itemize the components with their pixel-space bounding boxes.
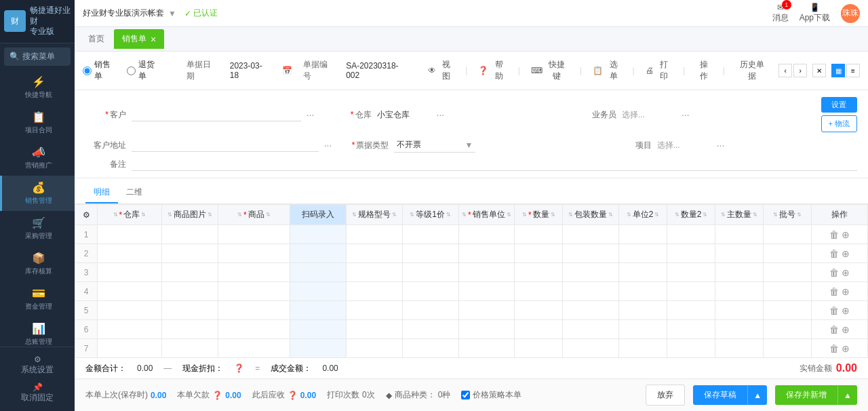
copy-row-button[interactable]: ⊕ — [842, 324, 850, 335]
calendar-icon[interactable]: 📅 — [282, 66, 292, 75]
cell-pack_qty[interactable] — [563, 244, 619, 263]
sidebar-item-inventory[interactable]: 📦 库存核算 — [0, 246, 75, 281]
price-rule-checkbox[interactable] — [461, 391, 470, 399]
cell-qty2[interactable] — [667, 263, 715, 282]
copy-row-button[interactable]: ⊕ — [842, 286, 850, 297]
delete-row-button[interactable]: 🗑 — [829, 267, 839, 278]
cell-quantity[interactable] — [515, 320, 563, 339]
sidebar-item-capital[interactable]: 💳 资金管理 — [0, 281, 75, 317]
cell-main_qty[interactable] — [715, 225, 764, 244]
sidebar-item-accounting[interactable]: 📊 总账管理 — [0, 317, 75, 347]
cell-warehouse[interactable] — [98, 320, 162, 339]
addr-more-button[interactable]: ··· — [324, 140, 332, 151]
salesperson-more-button[interactable]: ··· — [682, 109, 690, 120]
cell-spec[interactable] — [346, 339, 402, 358]
cell-scan_input[interactable] — [290, 263, 347, 282]
cell-batch[interactable] — [764, 263, 812, 282]
company-selector[interactable]: 好业财专业版演示帐套 ▼ — [83, 7, 176, 19]
table-row[interactable]: 2 🗑 ⊕ — [75, 244, 868, 263]
cell-spec[interactable] — [346, 320, 402, 339]
cell-spec[interactable] — [346, 225, 402, 244]
cell-sales_unit[interactable] — [458, 225, 515, 244]
cell-sales_unit[interactable] — [458, 320, 515, 339]
delete-row-button[interactable]: 🗑 — [829, 286, 839, 297]
cell-unit1_price[interactable] — [402, 282, 458, 301]
price-rule-checkbox-label[interactable]: 价格策略本单 — [461, 389, 521, 401]
cell-warehouse[interactable] — [98, 225, 162, 244]
discard-button[interactable]: 放弃 — [646, 385, 685, 406]
cell-spec[interactable] — [346, 282, 402, 301]
cell-quantity[interactable] — [515, 225, 563, 244]
warehouse-more-button[interactable]: ··· — [437, 109, 445, 120]
copy-row-button[interactable]: ⊕ — [842, 229, 850, 240]
col-settings[interactable]: ⚙ — [75, 205, 98, 225]
tab-close-icon[interactable]: × — [151, 35, 156, 44]
cell-unit1_price[interactable] — [402, 225, 458, 244]
cell-unit2[interactable] — [619, 225, 667, 244]
copy-row-button[interactable]: ⊕ — [842, 305, 850, 316]
customer-addr-input[interactable] — [132, 139, 319, 152]
cell-main_qty[interactable] — [715, 282, 764, 301]
cell-unit1_price[interactable] — [402, 244, 458, 263]
remark-input[interactable] — [132, 158, 857, 171]
table-row[interactable]: 1 🗑 ⊕ — [75, 225, 868, 244]
cell-unit2[interactable] — [619, 282, 667, 301]
cell-spec[interactable] — [346, 263, 402, 282]
cell-sales_unit[interactable] — [458, 263, 515, 282]
cell-scan_input[interactable] — [290, 301, 347, 320]
save-draft-dropdown[interactable]: ▲ — [747, 385, 767, 405]
cell-warehouse[interactable] — [98, 244, 162, 263]
cell-unit1_price[interactable] — [402, 339, 458, 358]
grid-layout-button[interactable]: ▦ — [831, 64, 845, 77]
nav-next[interactable]: › — [793, 64, 807, 77]
cell-quantity[interactable] — [515, 339, 563, 358]
cell-warehouse[interactable] — [98, 339, 162, 358]
sidebar-item-sales[interactable]: 💰 销售管理 — [0, 176, 75, 211]
sidebar-item-quick-nav[interactable]: ⚡ 快捷导航 — [0, 70, 75, 105]
cell-qty2[interactable] — [667, 244, 715, 263]
cell-batch[interactable] — [764, 225, 812, 244]
cell-unit2[interactable] — [619, 263, 667, 282]
radio-sales-order[interactable]: 销售单 — [83, 59, 119, 82]
customer-input[interactable] — [132, 109, 301, 121]
cell-pack_qty[interactable] — [563, 301, 619, 320]
cell-qty2[interactable] — [667, 282, 715, 301]
close-form-button[interactable]: ✕ — [812, 64, 826, 77]
cell-main_qty[interactable] — [715, 263, 764, 282]
cell-sales_unit[interactable] — [458, 301, 515, 320]
help-button[interactable]: ❓ 帮助 — [473, 57, 512, 84]
cell-batch[interactable] — [764, 244, 812, 263]
tab-home[interactable]: 首页 — [80, 29, 113, 49]
cell-batch[interactable] — [764, 339, 812, 358]
cell-qty2[interactable] — [667, 320, 715, 339]
cell-qty2[interactable] — [667, 339, 715, 358]
cell-pack_qty[interactable] — [563, 225, 619, 244]
sidebar-item-project[interactable]: 📋 项目合同 — [0, 105, 75, 140]
cell-quantity[interactable] — [515, 263, 563, 282]
logistics-button[interactable]: + 物流 — [821, 115, 857, 132]
copy-row-button[interactable]: ⊕ — [842, 267, 850, 278]
delete-row-button[interactable]: 🗑 — [829, 248, 839, 259]
cell-unit2[interactable] — [619, 244, 667, 263]
cell-product[interactable] — [218, 301, 290, 320]
save-draft-button[interactable]: 保存草稿 — [693, 385, 747, 405]
cell-scan_input[interactable] — [290, 339, 347, 358]
table-row[interactable]: 5 🗑 ⊕ — [75, 301, 868, 320]
cell-product[interactable] — [218, 320, 290, 339]
delete-row-button[interactable]: 🗑 — [829, 305, 839, 316]
copy-row-button[interactable]: ⊕ — [842, 343, 850, 354]
cell-warehouse[interactable] — [98, 263, 162, 282]
app-download-button[interactable]: 📱 App下载 — [800, 3, 830, 24]
delete-row-button[interactable]: 🗑 — [829, 229, 839, 240]
cell-qty2[interactable] — [667, 225, 715, 244]
history-button[interactable]: 历史单据 — [730, 57, 773, 84]
cell-unit1_price[interactable] — [402, 301, 458, 320]
cell-scan_input[interactable] — [290, 244, 347, 263]
print-button[interactable]: 🖨 打印 — [640, 57, 677, 84]
cell-product[interactable] — [218, 263, 290, 282]
cell-qty2[interactable] — [667, 301, 715, 320]
cell-batch[interactable] — [764, 301, 812, 320]
question-icon[interactable]: ❓ — [234, 364, 244, 373]
delete-row-button[interactable]: 🗑 — [829, 324, 839, 335]
cell-quantity[interactable] — [515, 282, 563, 301]
